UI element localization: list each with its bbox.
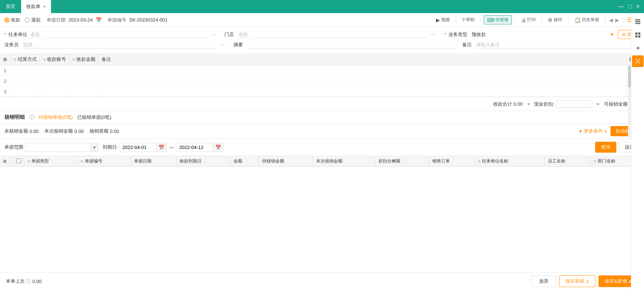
row-amount-1[interactable] xyxy=(69,65,99,76)
th-gear[interactable]: ⚙ xyxy=(0,54,11,65)
help-btn[interactable]: ? 帮助 xyxy=(459,16,478,24)
number-value: SK-20230324-001 xyxy=(129,17,168,23)
history-btn[interactable]: 📋 历史单据 xyxy=(572,16,602,24)
sort-icon2: ⇅ xyxy=(43,58,46,62)
minimize-icon[interactable]: — xyxy=(618,3,624,10)
verify-table: ⚙ ⇅ 单据类型 ⇅ 单据编号 单据日期 收款到期日 xyxy=(0,156,644,167)
row-amount-3[interactable] xyxy=(69,86,99,97)
verify-title: 核销明细 xyxy=(4,114,25,121)
maximize-icon[interactable]: □ xyxy=(628,3,632,10)
verify-info-icon[interactable]: ⓘ xyxy=(29,114,34,121)
number-label: 单据编号 xyxy=(107,17,126,23)
date-from-input[interactable] xyxy=(119,143,156,152)
scroll-track[interactable] xyxy=(628,66,631,138)
radio-refund-label: 退款 xyxy=(31,17,41,23)
next-arrow[interactable]: ▶ xyxy=(614,16,620,24)
summary-row: 收款合计 0.00 + 现金折扣: = 可核销金额 0.00 xyxy=(0,97,644,111)
verifiable-label: 可核销金额 xyxy=(604,101,628,107)
shortcut-icon: ⌨ xyxy=(487,17,494,23)
tab-close-icon[interactable]: × xyxy=(43,4,46,9)
calendar-icon[interactable]: 📅 xyxy=(96,17,102,23)
counterpart-field: * 往来单位 ··· xyxy=(4,31,217,38)
unverified-stat: 未核销金额 0.00 xyxy=(4,128,39,134)
row-amount-2[interactable] xyxy=(69,76,99,86)
row-account-1[interactable] xyxy=(40,65,69,76)
table-header-row: ⚙ ⇅ 结算方式 ⇅ 收款账号 ⇅ 收款金额 备注 xyxy=(0,54,644,65)
save-draft-btn[interactable]: 保存草稿 ∧ xyxy=(559,275,596,287)
date-value: 2023-03-24 xyxy=(68,17,93,23)
vth-discount: 折扣分摊额 xyxy=(375,156,429,167)
vth-checkbox[interactable] xyxy=(13,156,24,167)
summary-input[interactable] xyxy=(246,41,455,48)
carry-over-info-icon[interactable]: ⓘ xyxy=(26,278,31,285)
video-btn[interactable]: ▶ 视频 xyxy=(433,16,453,24)
tab-active[interactable]: 收款单 × xyxy=(21,0,51,13)
discount-input[interactable] xyxy=(556,100,592,108)
print-btn[interactable]: 🖨 打印 xyxy=(518,16,539,24)
row-remark-3[interactable] xyxy=(98,86,626,97)
help-icon: ? xyxy=(462,17,465,23)
salesperson-input[interactable] xyxy=(21,41,217,48)
date-to-input[interactable] xyxy=(176,143,213,152)
diff-stat: 核销差额 0.00 xyxy=(90,128,119,134)
row-settlement-2[interactable] xyxy=(11,76,40,86)
scroll-thumb[interactable] xyxy=(628,66,631,87)
sidebar-icon-table[interactable] xyxy=(632,16,644,28)
radio-refund[interactable]: 退款 xyxy=(25,17,41,23)
verify-tab-pending[interactable]: 待核销单据(0笔) xyxy=(39,114,73,121)
close-window-icon[interactable]: × xyxy=(636,3,640,10)
counterpart-input[interactable] xyxy=(29,31,208,38)
shop-more-btn[interactable]: ··· xyxy=(429,31,437,38)
save-draft-arrow[interactable]: ∧ xyxy=(586,279,589,284)
equals-sign: = xyxy=(597,101,600,107)
date-separator: — xyxy=(169,145,174,150)
row-settlement-3[interactable] xyxy=(11,86,40,97)
due-date-label: 到期日 xyxy=(103,144,117,150)
date-from-icon[interactable]: 📅 xyxy=(156,143,166,152)
query-btn[interactable]: 查询 xyxy=(595,142,616,153)
range-dropdown-arrow[interactable]: ▾ xyxy=(91,143,98,152)
more-conditions-btn[interactable]: ▼ 更多条件 ∧ xyxy=(578,128,608,134)
tab-home[interactable]: 首页 xyxy=(0,0,21,13)
biz-type-dropdown[interactable]: ▾ xyxy=(609,31,615,38)
radio-refund-dot xyxy=(25,17,30,23)
prev-arrow[interactable]: ◀ xyxy=(608,16,614,24)
verify-tab-done[interactable]: 已核销单据(0笔) xyxy=(77,114,111,121)
remark-input[interactable] xyxy=(475,41,640,48)
window-controls: — □ × xyxy=(618,3,644,10)
shortcut-btn[interactable]: ⌨ 快捷键 xyxy=(484,15,512,24)
row-account-2[interactable] xyxy=(40,76,69,86)
sidebar-icon-layout[interactable] xyxy=(632,29,644,41)
diff-label: 核销差额 xyxy=(90,128,109,134)
shop-input[interactable] xyxy=(237,31,428,38)
row-account-3[interactable] xyxy=(40,86,69,97)
video-icon: ▶ xyxy=(436,17,440,23)
vth-gear[interactable]: ⚙ xyxy=(0,156,13,167)
main-table: ⚙ ⇅ 结算方式 ⇅ 收款账号 ⇅ 收款金额 备注 xyxy=(0,54,644,97)
svg-rect-0 xyxy=(635,19,640,20)
row-settlement-1[interactable] xyxy=(11,65,40,76)
tab-home-label: 首页 xyxy=(6,3,15,10)
table-row: 2 🗑 ⊕ xyxy=(0,76,644,86)
table-row: 1 🗑 ⊕ xyxy=(0,65,644,76)
row-remark-2[interactable] xyxy=(98,76,626,86)
select-all-checkbox[interactable] xyxy=(16,158,21,163)
bottom-info: 本单上次 ⓘ 0.00 xyxy=(6,278,42,285)
bottom-bar: 本单上次 ⓘ 0.00 放弃 保存草稿 ∧ 保存&新增 ∧ xyxy=(0,272,644,290)
abandon-btn[interactable]: 放弃 xyxy=(531,275,556,287)
range-input[interactable] xyxy=(26,143,91,152)
row-remark-1[interactable] xyxy=(98,65,626,76)
total-value: 0.00 xyxy=(514,101,523,107)
counterpart-more-btn[interactable]: ··· xyxy=(209,31,217,38)
salesperson-more-btn[interactable]: ··· xyxy=(218,42,226,48)
radio-receive[interactable]: 收款 xyxy=(4,17,20,23)
salesperson-field: 业务员 ··· xyxy=(4,41,226,48)
history-label: 历史单据 xyxy=(582,17,599,23)
svg-rect-3 xyxy=(635,32,637,35)
date-range-field: 到期日 📅 — 📅 xyxy=(103,143,224,152)
date-to-icon[interactable]: 📅 xyxy=(213,143,223,152)
sidebar-icon-expand[interactable] xyxy=(632,55,644,67)
biz-type-value: 预收款 xyxy=(470,31,608,39)
sidebar-icon-link[interactable] xyxy=(632,42,644,54)
operations-btn[interactable]: ⚙ 操作 xyxy=(545,16,565,24)
